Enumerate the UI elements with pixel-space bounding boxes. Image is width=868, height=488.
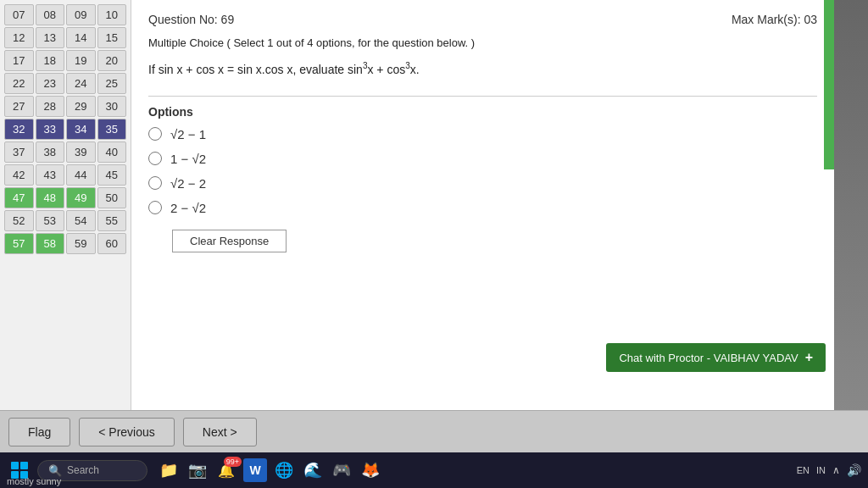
num-34[interactable]: 34 — [66, 119, 96, 140]
option-4-text: 2 − √2 — [170, 201, 206, 215]
sound-icon[interactable]: 🔊 — [847, 463, 861, 477]
taskbar-app-icon[interactable]: 🦊 — [359, 458, 382, 482]
main-area: 07 08 09 10 12 13 14 15 17 18 19 20 22 2… — [0, 0, 868, 410]
num-20[interactable]: 20 — [97, 50, 127, 71]
options-heading: Options — [148, 105, 817, 119]
num-57[interactable]: 57 — [4, 233, 34, 254]
num-39[interactable]: 39 — [66, 141, 96, 163]
option-1-text: √2 − 1 — [170, 127, 206, 141]
num-23[interactable]: 23 — [36, 73, 65, 94]
num-29[interactable]: 29 — [66, 96, 96, 117]
option-2-radio[interactable] — [148, 152, 162, 165]
search-icon: 🔍 — [48, 464, 62, 477]
taskbar-steam-icon[interactable]: 🎮 — [330, 458, 353, 482]
num-40[interactable]: 40 — [97, 141, 127, 163]
num-28[interactable]: 28 — [36, 96, 65, 117]
chevron-up-icon[interactable]: ∧ — [832, 464, 840, 476]
taskbar-files-icon[interactable]: 📁 — [157, 458, 181, 482]
num-55[interactable]: 55 — [97, 210, 127, 231]
num-15[interactable]: 15 — [97, 27, 127, 48]
exponent2: 3 — [405, 61, 410, 70]
option-3-text: √2 − 2 — [170, 176, 206, 191]
num-48[interactable]: 48 — [36, 187, 65, 208]
num-27[interactable]: 27 — [4, 96, 34, 117]
taskbar-chrome-icon[interactable]: 🌐 — [272, 458, 296, 482]
num-08[interactable]: 08 — [36, 4, 65, 25]
option-2-text: 1 − √2 — [170, 152, 206, 166]
num-12[interactable]: 12 — [4, 27, 34, 48]
option-1[interactable]: √2 − 1 — [148, 127, 817, 141]
num-37[interactable]: 37 — [4, 141, 34, 163]
num-25[interactable]: 25 — [97, 73, 127, 94]
num-59[interactable]: 59 — [66, 233, 96, 254]
divider — [148, 96, 817, 97]
num-47[interactable]: 47 — [4, 187, 34, 208]
question-number-sidebar: 07 08 09 10 12 13 14 15 17 18 19 20 22 2… — [0, 0, 131, 410]
num-44[interactable]: 44 — [66, 164, 96, 186]
option-1-radio[interactable] — [148, 127, 162, 141]
next-button[interactable]: Next > — [183, 418, 257, 446]
taskbar-edge-icon[interactable]: 🌊 — [301, 458, 325, 482]
option-2[interactable]: 1 − √2 — [148, 152, 817, 166]
num-14[interactable]: 14 — [66, 27, 96, 48]
question-area: Question No: 69 Max Mark(s): 03 Multiple… — [131, 0, 834, 410]
num-43[interactable]: 43 — [36, 164, 65, 186]
clear-response-button[interactable]: Clear Response — [172, 230, 287, 252]
question-type-label: Multiple Choice ( Select 1 out of 4 opti… — [148, 35, 817, 53]
num-09[interactable]: 09 — [66, 4, 96, 25]
num-38[interactable]: 38 — [36, 141, 65, 163]
chat-bar[interactable]: Chat with Proctor - VAIBHAV YADAV + — [606, 343, 826, 372]
option-4[interactable]: 2 − √2 — [148, 201, 817, 215]
taskbar-camera-icon[interactable]: 📷 — [186, 458, 209, 482]
num-07[interactable]: 07 — [4, 4, 34, 25]
num-33[interactable]: 33 — [36, 119, 65, 140]
option-3[interactable]: √2 − 2 — [148, 176, 817, 191]
option-3-radio[interactable] — [148, 176, 162, 190]
flag-button[interactable]: Flag — [8, 418, 70, 446]
right-panel — [834, 0, 868, 410]
num-58[interactable]: 58 — [36, 233, 65, 254]
num-10[interactable]: 10 — [97, 4, 127, 25]
num-53[interactable]: 53 — [36, 210, 65, 231]
max-marks-label: Max Mark(s): 03 — [732, 13, 817, 26]
taskbar-icons: 📁 📷 🔔 99+ W 🌐 🌊 🎮 🦊 — [157, 458, 382, 482]
chat-plus-icon: + — [805, 350, 813, 365]
exponent1: 3 — [363, 61, 368, 70]
taskbar-notifications-icon[interactable]: 🔔 99+ — [214, 458, 238, 482]
question-header: Question No: 69 Max Mark(s): 03 — [148, 13, 817, 26]
weather-label: mostly sunny — [7, 476, 61, 486]
previous-button[interactable]: < Previous — [79, 418, 175, 446]
notification-badge: 99+ — [224, 457, 242, 467]
num-18[interactable]: 18 — [36, 50, 65, 71]
taskbar: 🔍 Search 📁 📷 🔔 99+ W 🌐 🌊 🎮 🦊 EN IN ∧ 🔊 m… — [0, 452, 868, 488]
num-13[interactable]: 13 — [36, 27, 65, 48]
num-19[interactable]: 19 — [66, 50, 96, 71]
search-label: Search — [67, 464, 99, 476]
num-45[interactable]: 45 — [97, 164, 127, 186]
option-4-radio[interactable] — [148, 201, 162, 214]
num-60[interactable]: 60 — [97, 233, 127, 254]
navigation-bar: Flag < Previous Next > — [0, 410, 868, 452]
screen-container: 07 08 09 10 12 13 14 15 17 18 19 20 22 2… — [0, 0, 868, 488]
num-52[interactable]: 52 — [4, 210, 34, 231]
question-number-label: Question No: 69 — [148, 13, 234, 26]
taskbar-word-icon[interactable]: W — [243, 458, 267, 482]
taskbar-lang: EN — [797, 465, 810, 475]
num-54[interactable]: 54 — [66, 210, 96, 231]
num-32[interactable]: 32 — [4, 119, 34, 140]
num-30[interactable]: 30 — [97, 96, 127, 117]
num-42[interactable]: 42 — [4, 164, 34, 186]
question-text: If sin x + cos x = sin x.cos x, evaluate… — [148, 59, 817, 79]
number-grid: 07 08 09 10 12 13 14 15 17 18 19 20 22 2… — [4, 4, 126, 254]
num-24[interactable]: 24 — [66, 73, 96, 94]
green-accent-strip — [824, 0, 834, 169]
chat-label: Chat with Proctor - VAIBHAV YADAV — [619, 352, 798, 364]
num-22[interactable]: 22 — [4, 73, 34, 94]
num-35[interactable]: 35 — [97, 119, 127, 140]
num-49[interactable]: 49 — [66, 187, 96, 208]
taskbar-region: IN — [816, 465, 826, 475]
num-50[interactable]: 50 — [97, 187, 127, 208]
num-17[interactable]: 17 — [4, 50, 34, 71]
taskbar-right: EN IN ∧ 🔊 — [797, 463, 861, 477]
